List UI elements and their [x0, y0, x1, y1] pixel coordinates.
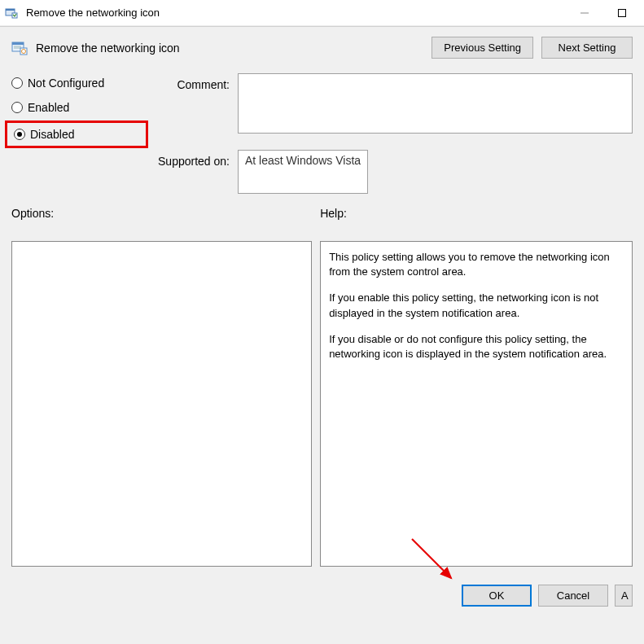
radio-label: Disabled [30, 128, 74, 141]
window-title: Remove the networking icon [26, 7, 566, 19]
highlight-annotation: Disabled [5, 120, 148, 148]
help-text-p2: If you enable this policy setting, the n… [329, 291, 624, 320]
cancel-button[interactable]: Cancel [538, 585, 608, 607]
help-box: This policy setting allows you to remove… [320, 241, 633, 567]
supported-label: Supported on: [158, 150, 234, 168]
dialog-content: Remove the networking icon Previous Sett… [0, 26, 644, 644]
supported-value: At least Windows Vista [238, 150, 368, 194]
policy-header-icon [11, 40, 28, 56]
radio-circle-icon [11, 77, 23, 89]
help-text-p1: This policy setting allows you to remove… [329, 250, 624, 279]
titlebar: Remove the networking icon [0, 0, 644, 26]
header-row: Remove the networking icon Previous Sett… [0, 27, 644, 73]
config-section: Not Configured Enabled Disabled Comment: [0, 73, 644, 194]
minimize-button[interactable] [566, 1, 603, 25]
radio-dot-icon [17, 132, 22, 137]
fields-column: Comment: Supported on: At least Windows … [158, 73, 633, 194]
radio-disabled[interactable]: Disabled [14, 128, 139, 141]
maximize-button[interactable] [603, 1, 641, 25]
radio-circle-icon [14, 129, 25, 140]
radio-not-configured[interactable]: Not Configured [11, 77, 142, 90]
button-row: OK Cancel A [0, 572, 644, 615]
comment-label: Comment: [158, 73, 234, 91]
supported-row: Supported on: At least Windows Vista [158, 150, 633, 194]
options-box [11, 241, 312, 567]
page-title: Remove the networking icon [36, 42, 423, 55]
help-label: Help: [320, 207, 633, 220]
svg-rect-6 [12, 42, 24, 45]
radio-label: Not Configured [28, 77, 104, 90]
radio-enabled[interactable]: Enabled [11, 101, 142, 114]
options-label: Options: [11, 207, 312, 220]
radio-circle-icon [11, 102, 23, 113]
comment-input[interactable] [238, 73, 633, 134]
previous-setting-button[interactable]: Previous Setting [432, 37, 533, 59]
comment-row: Comment: [158, 73, 633, 134]
window-controls [566, 1, 641, 25]
apply-button[interactable]: A [615, 585, 633, 607]
svg-rect-1 [6, 9, 15, 11]
radio-label: Enabled [28, 101, 69, 114]
svg-rect-4 [619, 9, 626, 16]
policy-icon [3, 5, 20, 21]
options-panel: Options: [11, 207, 312, 567]
radio-group: Not Configured Enabled Disabled [11, 73, 142, 194]
panels-section: Options: Help: This policy setting allow… [0, 194, 644, 572]
next-setting-button[interactable]: Next Setting [541, 37, 633, 59]
ok-button[interactable]: OK [462, 585, 532, 607]
help-panel: Help: This policy setting allows you to … [320, 207, 633, 567]
help-text-p3: If you disable or do not configure this … [329, 332, 624, 361]
